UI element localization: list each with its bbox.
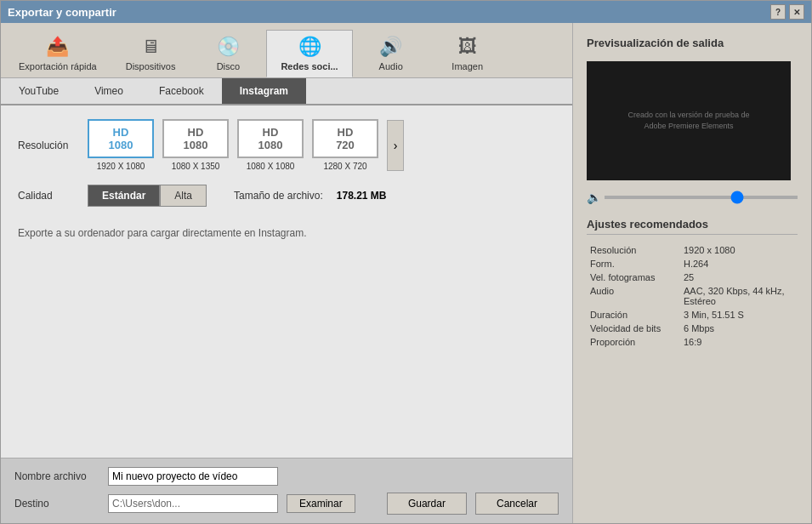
- devices-icon: 🖥: [141, 36, 160, 58]
- settings-title: Ajustes recomendados: [587, 218, 798, 235]
- export-note: Exporte a su ordenador para cargar direc…: [18, 220, 555, 246]
- tab-imagen[interactable]: 🖼 Imagen: [429, 30, 506, 77]
- res-size-2: 1080 X 1080: [247, 162, 295, 171]
- social-icon: 🌐: [298, 36, 321, 58]
- save-button[interactable]: Guardar: [387, 493, 467, 515]
- res-size-0: 1920 X 1080: [97, 162, 145, 171]
- sub-tabs: YouTube Vimeo Facebook Instagram: [1, 78, 572, 105]
- quality-label: Calidad: [18, 190, 77, 202]
- preview-title: Previsualización de salida: [587, 37, 798, 49]
- title-bar-controls: ? ✕: [770, 4, 804, 20]
- destino-row: Destino Examinar Guardar Cancelar: [14, 493, 559, 515]
- settings-row: AudioAAC, 320 Kbps, 44 kHz, Estéreo: [587, 284, 798, 308]
- preview-slider-row: 🔈: [587, 191, 798, 204]
- subtab-vimeo[interactable]: Vimeo: [77, 78, 141, 104]
- quality-buttons: Estándar Alta: [88, 185, 207, 207]
- dialog: Exportar y compartir ? ✕ 📤 Exportación r…: [0, 0, 812, 524]
- tab-redes[interactable]: 🌐 Redes soci...: [266, 30, 352, 77]
- settings-row: Duración3 Min, 51.51 S: [587, 308, 798, 322]
- destino-input[interactable]: [108, 494, 278, 513]
- file-size-label: Tamaño de archivo:: [234, 190, 323, 202]
- resolution-cards: HD 1080 1920 X 1080 HD 1080 1080 X 1350: [88, 119, 555, 171]
- file-size-value: 178.21 MB: [337, 190, 387, 202]
- tab-dispositivos[interactable]: 🖥 Dispositivos: [111, 30, 190, 77]
- quality-alta[interactable]: Alta: [160, 185, 207, 207]
- subtab-instagram[interactable]: Instagram: [222, 78, 306, 104]
- right-panel: Previsualización de salida Creado con la…: [573, 23, 811, 523]
- tab-imagen-label: Imagen: [451, 61, 483, 71]
- title-bar: Exportar y compartir ? ✕: [1, 1, 811, 23]
- dialog-title: Exportar y compartir: [8, 6, 116, 19]
- dialog-body: 📤 Exportación rápida 🖥 Dispositivos 💿 Di…: [1, 23, 811, 523]
- settings-row: Proporción16:9: [587, 335, 798, 349]
- subtab-youtube[interactable]: YouTube: [1, 78, 77, 104]
- cancel-button[interactable]: Cancelar: [475, 493, 559, 515]
- settings-row: Vel. fotogramas25: [587, 271, 798, 284]
- volume-icon: 🔈: [587, 191, 601, 204]
- res-card-2[interactable]: HD 1080: [237, 119, 304, 158]
- preview-watermark: Creado con la versión de prueba de Adobe…: [627, 110, 749, 131]
- destino-label: Destino: [14, 498, 99, 510]
- res-card-3[interactable]: HD 720: [312, 119, 378, 158]
- image-icon: 🖼: [458, 36, 477, 58]
- settings-table: Resolución1920 x 1080Form.H.264Vel. foto…: [587, 243, 798, 349]
- tab-audio[interactable]: 🔊 Audio: [353, 30, 429, 77]
- tab-redes-label: Redes soci...: [281, 61, 338, 71]
- help-button[interactable]: ?: [770, 4, 786, 20]
- filename-row: Nombre archivo: [14, 467, 559, 486]
- resolution-label: Resolución: [18, 140, 77, 151]
- quality-estandar[interactable]: Estándar: [88, 185, 160, 207]
- res-size-3: 1280 X 720: [323, 162, 366, 171]
- tab-audio-label: Audio: [379, 61, 403, 71]
- content-area: Resolución HD 1080 1920 X 1080 HD: [1, 105, 572, 458]
- export-icon: 📤: [46, 36, 69, 58]
- res-card-0[interactable]: HD 1080: [88, 119, 154, 158]
- resolution-row: Resolución HD 1080 1920 X 1080 HD: [18, 119, 555, 171]
- bottom-bar: Nombre archivo Destino Examinar Guardar …: [1, 458, 572, 523]
- audio-icon: 🔊: [379, 36, 402, 58]
- preview-slider[interactable]: [605, 196, 798, 199]
- disc-icon: 💿: [217, 36, 240, 58]
- browse-button[interactable]: Examinar: [287, 494, 355, 513]
- res-card-1[interactable]: HD 1080: [162, 119, 229, 158]
- quality-row: Calidad Estándar Alta Tamaño de archivo:…: [18, 185, 555, 207]
- main-content: 📤 Exportación rápida 🖥 Dispositivos 💿 Di…: [1, 23, 573, 523]
- res-size-1: 1080 X 1350: [172, 162, 220, 171]
- filename-input[interactable]: [108, 467, 278, 486]
- settings-row: Resolución1920 x 1080: [587, 243, 798, 257]
- subtab-facebook[interactable]: Facebook: [141, 78, 222, 104]
- filename-label: Nombre archivo: [14, 470, 99, 482]
- tab-dispositivos-label: Dispositivos: [126, 61, 176, 71]
- close-button[interactable]: ✕: [789, 4, 804, 20]
- tab-exportacion[interactable]: 📤 Exportación rápida: [4, 30, 111, 77]
- preview-box: Creado con la versión de prueba de Adobe…: [587, 61, 791, 180]
- top-tabs: 📤 Exportación rápida 🖥 Dispositivos 💿 Di…: [1, 23, 572, 78]
- settings-row: Form.H.264: [587, 257, 798, 271]
- tab-disco-label: Disco: [217, 61, 241, 71]
- scroll-arrow[interactable]: ›: [387, 120, 404, 171]
- settings-row: Velocidad de bits6 Mbps: [587, 322, 798, 335]
- tab-disco[interactable]: 💿 Disco: [190, 30, 266, 77]
- tab-exportacion-label: Exportación rápida: [19, 61, 97, 71]
